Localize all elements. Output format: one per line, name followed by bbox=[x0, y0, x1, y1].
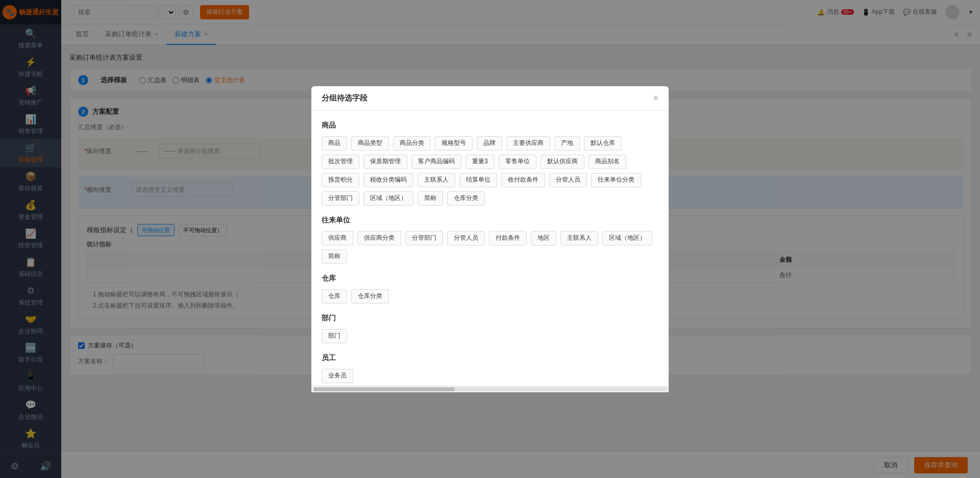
modal: 分组待选字段 × 商品商品商品类型商品分类规格型号品牌主要供应商产地默认仓库批次… bbox=[311, 86, 669, 392]
field-tag[interactable]: 主联系人 bbox=[418, 173, 455, 187]
field-tag[interactable]: 拣货积分 bbox=[322, 173, 359, 187]
field-tags: 业务员 bbox=[322, 369, 658, 383]
field-tag[interactable]: 区域（地区） bbox=[602, 231, 652, 245]
hscroll-track bbox=[313, 387, 667, 391]
field-tag[interactable]: 主联系人 bbox=[560, 231, 598, 245]
field-tag[interactable]: 供应商 bbox=[322, 231, 353, 245]
field-tags: 部门 bbox=[322, 329, 658, 343]
field-group-员工: 员工业务员 bbox=[322, 354, 658, 383]
field-tag[interactable]: 主要供应商 bbox=[506, 136, 550, 150]
field-tag[interactable]: 保质期管理 bbox=[363, 155, 407, 169]
field-group-title: 仓库 bbox=[322, 274, 658, 283]
field-tag[interactable]: 分管部门 bbox=[322, 191, 359, 206]
field-tag[interactable]: 商品 bbox=[322, 136, 347, 150]
field-tag[interactable]: 地区 bbox=[531, 231, 556, 245]
field-group-title: 部门 bbox=[322, 314, 658, 323]
field-tag[interactable]: 批次管理 bbox=[322, 155, 359, 169]
field-tag[interactable]: 重量3 bbox=[465, 155, 495, 169]
field-tag[interactable]: 区域（地区） bbox=[363, 191, 413, 206]
field-group-商品: 商品商品商品类型商品分类规格型号品牌主要供应商产地默认仓库批次管理保质期管理客户… bbox=[322, 121, 658, 206]
field-tag[interactable]: 简称 bbox=[322, 249, 347, 264]
field-tag[interactable]: 默认仓库 bbox=[584, 136, 622, 150]
field-tag[interactable]: 税收分类编码 bbox=[363, 173, 413, 187]
field-tag[interactable]: 默认供应商 bbox=[541, 155, 584, 169]
field-tag[interactable]: 部门 bbox=[322, 329, 347, 343]
field-group-title: 往来单位 bbox=[322, 216, 658, 225]
field-tag[interactable]: 简称 bbox=[418, 191, 443, 206]
modal-horizontal-scrollbar[interactable] bbox=[311, 386, 669, 392]
field-tag[interactable]: 商品分类 bbox=[393, 136, 431, 150]
field-tag[interactable]: 品牌 bbox=[477, 136, 502, 150]
field-tag[interactable]: 结算单位 bbox=[459, 173, 497, 187]
field-tags: 供应商供应商分类分管部门分管人员付款条件地区主联系人区域（地区）简称 bbox=[322, 231, 658, 264]
field-tag[interactable]: 收付款条件 bbox=[501, 173, 545, 187]
field-tag[interactable]: 付款条件 bbox=[489, 231, 527, 245]
field-tag[interactable]: 分管人员 bbox=[447, 231, 485, 245]
modal-overlay[interactable]: 分组待选字段 × 商品商品商品类型商品分类规格型号品牌主要供应商产地默认仓库批次… bbox=[0, 0, 980, 478]
field-tags: 商品商品类型商品分类规格型号品牌主要供应商产地默认仓库批次管理保质期管理客户商品… bbox=[322, 136, 658, 206]
field-group-仓库: 仓库仓库仓库分类 bbox=[322, 274, 658, 304]
field-tag[interactable]: 规格型号 bbox=[435, 136, 473, 150]
field-tag[interactable]: 客户商品编码 bbox=[411, 155, 461, 169]
field-tag[interactable]: 供应商分类 bbox=[357, 231, 401, 245]
field-tag[interactable]: 业务员 bbox=[322, 369, 353, 383]
hscroll-thumb bbox=[313, 387, 455, 391]
field-tag[interactable]: 仓库 bbox=[322, 289, 347, 304]
field-tag[interactable]: 零售单位 bbox=[499, 155, 536, 169]
modal-title: 分组待选字段 bbox=[322, 93, 368, 103]
modal-close-button[interactable]: × bbox=[653, 93, 658, 103]
field-tags: 仓库仓库分类 bbox=[322, 289, 658, 304]
modal-header: 分组待选字段 × bbox=[311, 86, 669, 111]
field-group-title: 员工 bbox=[322, 354, 658, 363]
field-group-title: 商品 bbox=[322, 121, 658, 130]
field-tag[interactable]: 仓库分类 bbox=[447, 191, 485, 206]
field-tag[interactable]: 商品别名 bbox=[589, 155, 626, 169]
field-tag[interactable]: 往来单位分类 bbox=[591, 173, 641, 187]
field-group-部门: 部门部门 bbox=[322, 314, 658, 343]
field-tag[interactable]: 仓库分类 bbox=[351, 289, 389, 304]
field-tag[interactable]: 商品类型 bbox=[351, 136, 389, 150]
field-tag[interactable]: 产地 bbox=[554, 136, 580, 150]
modal-body: 商品商品商品类型商品分类规格型号品牌主要供应商产地默认仓库批次管理保质期管理客户… bbox=[311, 111, 669, 386]
field-tag[interactable]: 分管人员 bbox=[549, 173, 587, 187]
field-tag[interactable]: 分管部门 bbox=[405, 231, 443, 245]
field-group-往来单位: 往来单位供应商供应商分类分管部门分管人员付款条件地区主联系人区域（地区）简称 bbox=[322, 216, 658, 264]
